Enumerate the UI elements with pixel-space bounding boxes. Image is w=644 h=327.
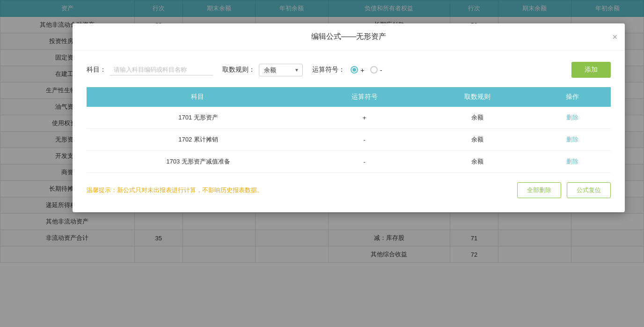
row-operator-2: - (308, 151, 421, 173)
delete-all-button[interactable]: 全部删除 (517, 182, 561, 198)
reset-formula-button[interactable]: 公式复位 (567, 182, 611, 198)
th-subject: 科目 (87, 87, 308, 107)
operator-label: 运算符号： (312, 66, 345, 74)
row-action-0: 删除 (534, 107, 611, 129)
subject-input[interactable] (110, 64, 213, 75)
table-row: 1702 累计摊销 - 余额 删除 (87, 129, 611, 151)
delete-button-2[interactable]: 删除 (566, 157, 578, 166)
operator-plus-option[interactable]: + (351, 66, 365, 74)
add-button[interactable]: 添加 (571, 62, 611, 78)
row-subject-0: 1701 无形资产 (87, 107, 308, 129)
modal-header: 编辑公式——无形资产 × (73, 23, 625, 51)
row-rule-0: 余额 (421, 107, 534, 129)
row-operator-0: + (308, 107, 421, 129)
modal-form: 科目： 取数规则： 余额 借方 贷方 借方累计 贷方累计 运算符号： + (73, 51, 625, 87)
row-operator-1: - (308, 129, 421, 151)
table-row: 1701 无形资产 + 余额 删除 (87, 107, 611, 129)
delete-button-0[interactable]: 删除 (566, 113, 578, 122)
th-action: 操作 (534, 87, 611, 107)
modal-footer: 温馨提示：新公式只对未出报表进行计算，不影响历史报表数据。 全部删除 公式复位 (73, 173, 625, 198)
table-row: 1703 无形资产减值准备 - 余额 删除 (87, 151, 611, 173)
formula-table-wrapper: 科目 运算符号 取数规则 操作 1701 无形资产 + 余额 删除 1702 累… (73, 87, 625, 173)
th-rule: 取数规则 (421, 87, 534, 107)
footer-buttons: 全部删除 公式复位 (517, 182, 611, 198)
operator-plus-label: + (360, 66, 365, 74)
row-subject-1: 1702 累计摊销 (87, 129, 308, 151)
row-rule-2: 余额 (421, 151, 534, 173)
edit-formula-modal: 编辑公式——无形资产 × 科目： 取数规则： 余额 借方 贷方 借方累计 贷方累… (73, 23, 625, 212)
modal-title: 编辑公式——无形资产 (311, 32, 386, 42)
operator-minus-label: - (380, 66, 382, 74)
rule-label: 取数规则： (222, 66, 255, 74)
subject-label: 科目： (87, 66, 106, 74)
formula-table: 科目 运算符号 取数规则 操作 1701 无形资产 + 余额 删除 1702 累… (87, 87, 611, 173)
delete-button-1[interactable]: 删除 (566, 135, 578, 144)
table-header-row: 科目 运算符号 取数规则 操作 (87, 87, 611, 107)
rule-group: 取数规则： 余额 借方 贷方 借方累计 贷方累计 (222, 64, 303, 76)
row-action-2: 删除 (534, 151, 611, 173)
th-operator: 运算符号 (308, 87, 421, 107)
operator-minus-radio[interactable] (370, 66, 378, 74)
operator-plus-radio[interactable] (351, 66, 358, 74)
footer-hint: 温馨提示：新公式只对未出报表进行计算，不影响历史报表数据。 (87, 186, 263, 194)
rule-select[interactable]: 余额 借方 贷方 借方累计 贷方累计 (259, 64, 303, 76)
row-subject-2: 1703 无形资产减值准备 (87, 151, 308, 173)
operator-minus-option[interactable]: - (370, 66, 382, 74)
rule-select-wrapper: 余额 借方 贷方 借方累计 贷方累计 (259, 64, 303, 76)
subject-group: 科目： (87, 64, 213, 75)
row-action-1: 删除 (534, 129, 611, 151)
row-rule-1: 余额 (421, 129, 534, 151)
operator-group: 运算符号： + - (312, 66, 382, 74)
modal-close-button[interactable]: × (612, 33, 617, 41)
